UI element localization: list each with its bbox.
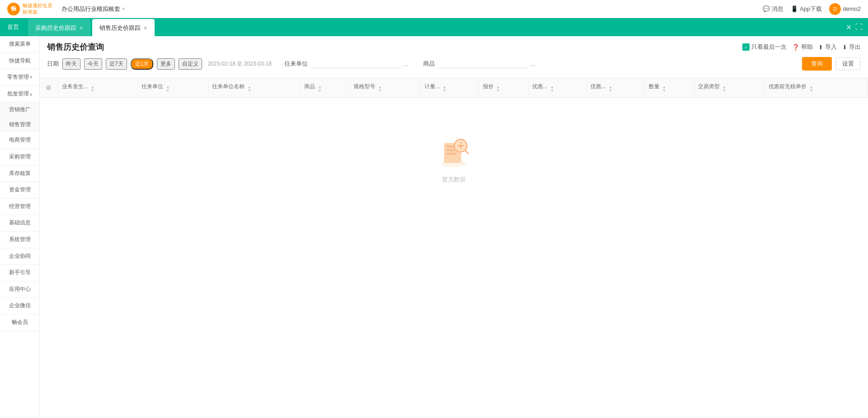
breadcrumb: 办公用品行业模拟账套 ▾ bbox=[61, 5, 125, 13]
sort-icon: ▲▼ bbox=[662, 86, 666, 93]
tab-purchase-label: 采购历史价跟踪 bbox=[35, 24, 76, 32]
sidebar-item-wholesale[interactable]: 批发管理 ▴ bbox=[0, 86, 39, 103]
app-download-btn[interactable]: 📱 App下载 bbox=[791, 5, 822, 13]
goods-label: 商品 bbox=[423, 60, 435, 68]
retail-arrow-icon: ▾ bbox=[30, 74, 32, 80]
sort-icon: ▲▼ bbox=[810, 86, 813, 93]
top-bar-right: 💬 消息 📱 App下载 D demo2 bbox=[763, 3, 861, 15]
message-btn[interactable]: 💬 消息 bbox=[763, 5, 783, 13]
goods-filter: 商品 ... bbox=[423, 59, 536, 68]
sidebar-item-purchase[interactable]: 采购管理 bbox=[0, 149, 39, 166]
date-btn-7days[interactable]: 近7天 bbox=[106, 58, 127, 70]
sort-icon: ▲▼ bbox=[318, 86, 322, 93]
breadcrumb-text: 办公用品行业模拟账套 bbox=[61, 5, 120, 13]
message-icon: 💬 bbox=[763, 5, 770, 12]
only-last-toggle[interactable]: ✓ 只看最后一次 bbox=[742, 43, 787, 51]
tab-bar: 首页 采购历史价跟踪 ✕ 销售历史价跟踪 ✕ ✕ ⛶ bbox=[0, 18, 868, 36]
sidebar-item-sales[interactable]: 销售管理 bbox=[0, 117, 39, 132]
date-btn-yesterday[interactable]: 昨天 bbox=[62, 58, 80, 70]
import-btn[interactable]: ⬆ 导入 bbox=[818, 43, 837, 51]
col-quantity[interactable]: 数量 ▲▼ bbox=[645, 78, 694, 98]
import-icon: ⬆ bbox=[818, 44, 823, 51]
sidebar-item-marketing[interactable]: 营销推广 bbox=[0, 102, 39, 117]
sidebar-item-retail[interactable]: 零售管理 ▾ bbox=[0, 69, 39, 86]
table-body: 暂无数据 bbox=[40, 98, 868, 220]
table-settings-col[interactable]: ⚙ bbox=[40, 78, 58, 98]
tab-sales-close-icon[interactable]: ✕ bbox=[143, 25, 147, 31]
from-unit-dots-icon[interactable]: ... bbox=[403, 60, 409, 68]
goods-input[interactable] bbox=[438, 59, 528, 68]
sidebar-item-appcenter[interactable]: 应用中心 bbox=[0, 281, 39, 298]
date-range-display: 2023-02-18 至 2023-03-18 bbox=[208, 60, 271, 68]
col-price-no-tax[interactable]: 优惠前无税单价 ▲▼ bbox=[765, 78, 868, 98]
filter-bar: 日期 昨天 今天 近7天 近1月 更多 自定义 2023-02-18 至 202… bbox=[47, 57, 861, 74]
col-discount2[interactable]: 优惠... ▲▼ bbox=[586, 78, 645, 98]
tab-close-all-icon[interactable]: ✕ bbox=[846, 23, 852, 32]
sidebar-item-basic[interactable]: 基础信息 bbox=[0, 215, 39, 232]
col-unit[interactable]: 计量... ▲▼ bbox=[420, 78, 479, 98]
tab-home[interactable]: 首页 bbox=[0, 18, 26, 36]
sidebar-item-system[interactable]: 系统管理 bbox=[0, 232, 39, 248]
svg-line-8 bbox=[465, 150, 468, 154]
col-discount1[interactable]: 优惠... ▲▼ bbox=[528, 78, 586, 98]
user-menu[interactable]: D demo2 bbox=[829, 3, 861, 15]
breadcrumb-chevron-icon: ▾ bbox=[122, 5, 125, 12]
sidebar-item-wechat[interactable]: 企业微信 bbox=[0, 298, 39, 314]
sidebar-item-finance[interactable]: 资金管理 bbox=[0, 182, 39, 199]
sidebar-item-search[interactable]: 搜索菜单 bbox=[0, 36, 39, 53]
sort-icon: ▲▼ bbox=[443, 86, 446, 93]
tab-sales-label: 销售历史价跟踪 bbox=[99, 24, 141, 32]
table-gear-icon[interactable]: ⚙ bbox=[46, 84, 52, 91]
sidebar-item-quicknav[interactable]: 快捷导航 bbox=[0, 53, 39, 70]
sidebar-item-operation[interactable]: 经营管理 bbox=[0, 199, 39, 215]
sidebar-item-inventory[interactable]: 库存核算 bbox=[0, 166, 39, 182]
settings-button[interactable]: 设置 bbox=[835, 57, 861, 70]
only-last-checkbox[interactable]: ✓ bbox=[742, 43, 750, 51]
only-last-label: 只看最后一次 bbox=[751, 43, 787, 51]
goods-dots-icon[interactable]: ... bbox=[530, 60, 536, 68]
tab-purchase-close-icon[interactable]: ✕ bbox=[79, 25, 83, 31]
table-container: ⚙ 业务发生... ▲▼ 往来单位 ▲▼ 往来单位名称 ▲▼ bbox=[40, 78, 868, 418]
tab-controls: ✕ ⛶ bbox=[846, 23, 868, 32]
table-header-row: ⚙ 业务发生... ▲▼ 往来单位 ▲▼ 往来单位名称 ▲▼ bbox=[40, 78, 868, 98]
from-unit-input[interactable] bbox=[311, 59, 401, 68]
from-unit-filter: 往来单位 ... bbox=[284, 59, 409, 68]
col-price[interactable]: 报价 ▲▼ bbox=[479, 78, 528, 98]
export-icon: ⬇ bbox=[842, 44, 847, 51]
sidebar-item-member[interactable]: 畅会员 bbox=[0, 314, 39, 331]
header-actions: ✓ 只看最后一次 ❓ 帮助 ⬆ 导入 ⬇ 导出 bbox=[742, 43, 861, 51]
logo-area: 畅 畅捷通好生意 标准版 bbox=[7, 3, 52, 15]
top-bar-left: 畅 畅捷通好生意 标准版 办公用品行业模拟账套 ▾ bbox=[7, 3, 125, 15]
sidebar-item-enterprise[interactable]: 企业协同 bbox=[0, 248, 39, 265]
sidebar-item-newuser[interactable]: 新手引导 bbox=[0, 265, 39, 281]
date-btn-more[interactable]: 更多 bbox=[157, 58, 175, 70]
top-bar: 畅 畅捷通好生意 标准版 办公用品行业模拟账套 ▾ 💬 消息 📱 App下载 D… bbox=[0, 0, 868, 18]
page-header: 销售历史价查询 ✓ 只看最后一次 ❓ 帮助 ⬆ 导入 ⬇ bbox=[40, 36, 868, 78]
logo-text: 畅捷通好生意 标准版 bbox=[23, 3, 52, 14]
empty-state-icon bbox=[436, 134, 472, 170]
date-btn-today[interactable]: 今天 bbox=[84, 58, 102, 70]
tab-sales-history[interactable]: 销售历史价跟踪 ✕ bbox=[92, 19, 155, 37]
help-icon: ❓ bbox=[792, 44, 799, 51]
tab-purchase-history[interactable]: 采购历史价跟踪 ✕ bbox=[28, 19, 90, 37]
date-btn-custom[interactable]: 自定义 bbox=[179, 58, 202, 70]
download-icon: 📱 bbox=[791, 5, 798, 12]
sidebar: 搜索菜单 快捷导航 零售管理 ▾ 批发管理 ▴ 营销推广 销售管理 电商管理 采 bbox=[0, 36, 40, 418]
wholesale-arrow-icon: ▴ bbox=[30, 91, 32, 97]
export-btn[interactable]: ⬇ 导出 bbox=[842, 43, 861, 51]
help-btn[interactable]: ❓ 帮助 bbox=[792, 43, 813, 51]
tab-fullscreen-icon[interactable]: ⛶ bbox=[855, 23, 863, 31]
sort-icon: ▲▼ bbox=[378, 86, 382, 93]
col-partner[interactable]: 往来单位 ▲▼ bbox=[137, 78, 208, 98]
col-goods[interactable]: 商品 ▲▼ bbox=[301, 78, 350, 98]
svg-rect-3 bbox=[446, 149, 455, 151]
date-btn-1month[interactable]: 近1月 bbox=[131, 58, 154, 70]
col-spec[interactable]: 规格型号 ▲▼ bbox=[350, 78, 421, 98]
sidebar-item-ecommerce[interactable]: 电商管理 bbox=[0, 132, 39, 149]
sort-icon: ▲▼ bbox=[248, 86, 251, 93]
col-biz-date[interactable]: 业务发生... ▲▼ bbox=[58, 78, 137, 98]
query-button[interactable]: 查询 bbox=[802, 57, 832, 71]
col-trade-type[interactable]: 交易类型 ▲▼ bbox=[694, 78, 765, 98]
avatar: D bbox=[829, 3, 841, 15]
col-partner-name[interactable]: 往来单位名称 ▲▼ bbox=[208, 78, 301, 98]
